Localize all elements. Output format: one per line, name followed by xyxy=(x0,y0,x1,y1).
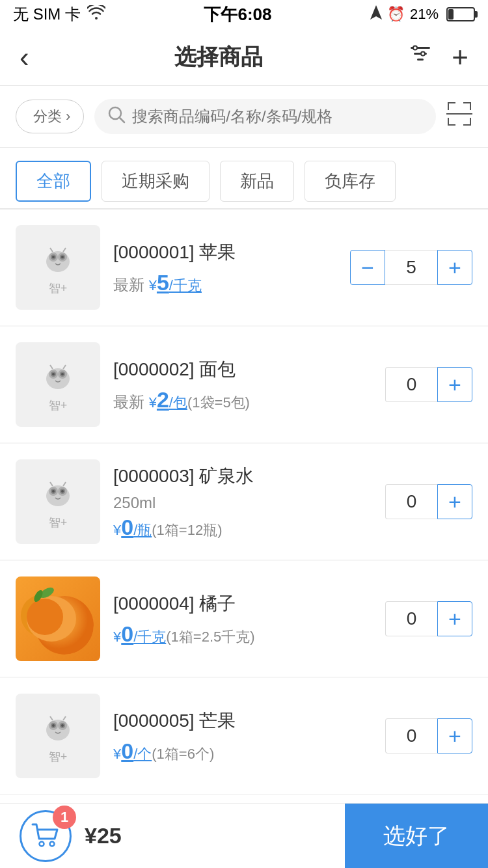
tab-all[interactable]: 全部 xyxy=(16,161,91,202)
confirm-button[interactable]: 选好了 xyxy=(345,804,488,869)
status-bar: 无 SIM 卡 下午6:08 ⏰ 21% xyxy=(0,0,488,29)
svg-point-36 xyxy=(61,490,64,493)
product-image-0000002: 智+ xyxy=(16,342,100,427)
category-label: 分类 xyxy=(33,107,62,126)
qty-input-0000003[interactable] xyxy=(385,484,437,519)
qty-plus-0000003[interactable]: + xyxy=(437,484,472,519)
wifi-icon xyxy=(87,5,105,23)
list-item: 智+ [0000003] 矿泉水 250ml ¥0/瓶(1箱=12瓶) + xyxy=(0,444,488,560)
svg-point-58 xyxy=(40,841,44,846)
svg-rect-10 xyxy=(470,102,471,110)
category-button[interactable]: 分类 › xyxy=(16,100,84,133)
qty-input-0000002[interactable] xyxy=(385,367,437,402)
svg-point-22 xyxy=(61,256,64,258)
qty-input-0000004[interactable] xyxy=(385,601,437,636)
tab-negative[interactable]: 负库存 xyxy=(305,161,396,202)
product-price-0000002: 最新 ¥2/包(1袋=5包) xyxy=(113,387,372,413)
nav-bar: ‹ 选择商品 + xyxy=(0,29,488,86)
qty-control-0000002: + xyxy=(385,367,472,402)
product-image-0000003: 智+ xyxy=(16,459,100,544)
product-image-0000001: 智+ xyxy=(16,225,100,310)
product-name-0000001: [0000001] 苹果 xyxy=(113,240,337,265)
alarm-icon: ⏰ xyxy=(387,6,405,23)
svg-point-50 xyxy=(61,724,64,727)
product-info-0000001: [0000001] 苹果 最新 ¥5/千克 xyxy=(113,240,337,295)
tab-new[interactable]: 新品 xyxy=(220,161,294,202)
cart-area: 1 ¥25 xyxy=(0,810,345,862)
product-info-0000002: [0000002] 面包 最新 ¥2/包(1袋=5包) xyxy=(113,357,372,413)
qty-plus-0000005[interactable]: + xyxy=(437,718,472,753)
qty-input-0000005[interactable] xyxy=(385,718,437,753)
svg-point-35 xyxy=(52,490,55,493)
add-icon[interactable]: + xyxy=(452,41,468,74)
list-item: 智+ [0000005] 芒果 ¥0/个(1箱=6个) + xyxy=(0,678,488,794)
product-info-0000003: [0000003] 矿泉水 250ml ¥0/瓶(1箱=12瓶) xyxy=(113,464,372,540)
page-title: 选择商品 xyxy=(174,42,263,72)
product-price-0000005: ¥0/个(1箱=6个) xyxy=(113,739,372,764)
svg-point-49 xyxy=(52,724,55,727)
search-icon xyxy=(107,105,126,128)
qty-control-0000001: − + xyxy=(350,250,472,285)
category-arrow-icon: › xyxy=(66,108,70,125)
list-item: [0000004] 橘子 ¥0/千克(1箱=2.5千克) + xyxy=(0,561,488,677)
svg-point-21 xyxy=(52,256,55,258)
qty-control-0000003: + xyxy=(385,484,472,519)
search-input[interactable] xyxy=(132,107,423,126)
cart-badge: 1 xyxy=(53,806,76,829)
product-list: 智+ [0000001] 苹果 最新 ¥5/千克 − + xyxy=(0,210,488,868)
cart-total: ¥25 xyxy=(85,823,122,848)
svg-point-16 xyxy=(46,251,70,272)
search-box xyxy=(94,99,436,134)
svg-rect-2 xyxy=(417,59,424,61)
svg-point-23 xyxy=(46,368,70,389)
bottom-bar: 1 ¥25 选好了 xyxy=(0,803,488,868)
svg-line-6 xyxy=(120,118,124,122)
status-time: 下午6:08 xyxy=(204,3,271,26)
svg-point-28 xyxy=(52,373,55,375)
product-info-0000004: [0000004] 橘子 ¥0/千克(1箱=2.5千克) xyxy=(113,591,372,647)
tab-bar: 全部 近期采购 新品 负库存 xyxy=(0,148,488,210)
svg-point-4 xyxy=(421,52,425,56)
nav-actions: + xyxy=(409,41,468,74)
product-price-0000004: ¥0/千克(1箱=2.5千克) xyxy=(113,621,372,647)
product-price-0000001: 最新 ¥5/千克 xyxy=(113,270,337,295)
cart-svg xyxy=(31,823,60,849)
svg-point-59 xyxy=(50,841,55,846)
tab-recent[interactable]: 近期采购 xyxy=(102,161,210,202)
product-image-0000005: 智+ xyxy=(16,694,100,778)
cart-icon[interactable]: 1 xyxy=(20,810,72,862)
qty-input-0000001[interactable] xyxy=(385,250,437,285)
location-icon xyxy=(370,5,382,23)
battery-icon xyxy=(446,7,475,21)
back-button[interactable]: ‹ xyxy=(20,41,29,74)
qty-plus-0000001[interactable]: + xyxy=(437,250,472,285)
product-spec-0000003: 250ml xyxy=(113,494,372,512)
product-name-0000004: [0000004] 橘子 xyxy=(113,591,372,616)
list-item: 智+ [0000002] 面包 最新 ¥2/包(1袋=5包) + xyxy=(0,327,488,442)
svg-rect-8 xyxy=(448,102,449,110)
product-info-0000005: [0000005] 芒果 ¥0/个(1箱=6个) xyxy=(113,709,372,764)
svg-rect-12 xyxy=(448,118,449,126)
qty-plus-0000004[interactable]: + xyxy=(437,601,472,636)
product-name-0000003: [0000003] 矿泉水 xyxy=(113,464,372,489)
battery-percent: 21% xyxy=(410,6,439,23)
product-price-0000003: ¥0/瓶(1箱=12瓶) xyxy=(113,515,372,540)
filter-bar: 分类 › xyxy=(0,86,488,148)
svg-rect-15 xyxy=(446,113,472,115)
product-name-0000002: [0000002] 面包 xyxy=(113,357,372,382)
carrier-label: 无 SIM 卡 xyxy=(13,4,81,25)
qty-minus-0000001[interactable]: − xyxy=(350,250,385,285)
product-image-0000004 xyxy=(16,576,100,661)
filter-icon[interactable] xyxy=(409,42,432,72)
qty-plus-0000002[interactable]: + xyxy=(437,367,472,402)
svg-point-41 xyxy=(27,599,63,635)
svg-point-30 xyxy=(46,485,70,506)
qty-control-0000005: + xyxy=(385,718,472,753)
svg-point-3 xyxy=(413,46,417,50)
orange-illustration xyxy=(16,576,100,661)
status-left: 无 SIM 卡 xyxy=(13,4,105,25)
scan-icon[interactable] xyxy=(446,101,472,133)
svg-point-29 xyxy=(61,373,64,375)
svg-rect-14 xyxy=(470,118,471,126)
status-right: ⏰ 21% xyxy=(370,5,475,23)
